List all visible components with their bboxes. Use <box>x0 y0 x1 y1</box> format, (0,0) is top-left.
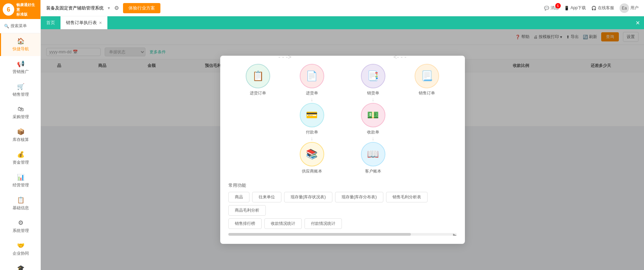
scroll-right-arrow[interactable]: ▶ <box>453 232 457 236</box>
sidebar-item-label: 系统管理 <box>13 228 29 234</box>
flow-item-sale[interactable]: 📑 销货单 <box>353 64 394 96</box>
arrow-sale-down: ↓ <box>372 97 375 102</box>
btn-stock-status[interactable]: 现存量(库存状况表) <box>284 192 332 202</box>
btn-goods[interactable]: 商品 <box>228 192 249 202</box>
marketing-icon: 📢 <box>17 60 24 68</box>
sidebar-item-cooperation[interactable]: 🤝 企业协同 <box>0 238 40 260</box>
sidebar-item-label: 经营管理 <box>13 182 29 188</box>
flow-item-purchase-order[interactable]: 📋 进货订单 <box>238 64 278 96</box>
sidebar-item-finance[interactable]: 💰 资金管理 <box>0 147 40 169</box>
sidebar-item-operations[interactable]: 📊 经营管理 <box>0 169 40 192</box>
sidebar-item-inventory[interactable]: 📦 库存核算 <box>0 124 40 147</box>
scroll-bar[interactable]: ▶ <box>228 233 457 236</box>
tab-home[interactable]: 首页 <box>41 16 60 29</box>
tab-close-icon[interactable]: ✕ <box>99 21 102 25</box>
supplier-ledger-label: 供应商账本 <box>302 168 322 174</box>
search-icon: 🔍 <box>4 24 9 29</box>
message-icon-item[interactable]: 💬 6 消息 <box>544 5 559 11</box>
payment-label: 付款单 <box>306 129 318 135</box>
purchase-order-label: 进货订单 <box>250 90 266 96</box>
finance-icon: 💰 <box>17 151 24 158</box>
btn-receipt-stats[interactable]: 收款情况统计 <box>264 218 302 229</box>
receipt-icon: 💵 <box>367 109 379 121</box>
btn-partner[interactable]: 往来单位 <box>252 192 281 202</box>
dropdown-icon[interactable]: ▾ <box>108 5 110 11</box>
service-icon: 🎧 <box>591 6 596 11</box>
app-download-item[interactable]: 📱 App下载 <box>564 5 586 11</box>
arrow-purchase-order-to-purchase: - - -> <box>278 56 292 61</box>
top-bar: 装备及固定资产辅助管理系统 ▾ ⚙ 体验行业方案 💬 6 消息 📱 App下载 … <box>41 0 644 16</box>
flow-col-sales-order: 📃 销售订单 <box>406 64 447 96</box>
common-functions-section: 常用功能 商品 往来单位 现存量(库存状况表) 现存量(库存分布表) 销售毛利分… <box>228 182 457 229</box>
flow-col-purchase-order: 📋 进货订单 <box>238 64 278 96</box>
home-icon: 🏠 <box>17 37 24 45</box>
system-icon: ⚙ <box>18 219 23 227</box>
basic-info-icon: 📋 <box>17 196 24 204</box>
sidebar-item-basic-info[interactable]: 📋 基础信息 <box>0 192 40 215</box>
sidebar-item-purchase[interactable]: 🛍 采购管理 <box>0 102 40 124</box>
flow-col-sale: 📑 销货单 ↓ 💵 <box>353 64 394 174</box>
user-avatar: Ea <box>620 3 629 13</box>
top-bar-right: 💬 6 消息 📱 App下载 🎧 在线客服 Ea 用户 <box>544 3 639 13</box>
flow-item-receipt[interactable]: 💵 收款单 <box>353 103 394 135</box>
sidebar-item-label: 企业协同 <box>13 251 29 256</box>
sidebar-search[interactable]: 🔍 搜索菜单 <box>0 19 40 33</box>
logo-icon: 6 <box>3 3 14 16</box>
online-service-label: 在线客服 <box>598 5 614 11</box>
receipt-circle: 💵 <box>361 103 385 127</box>
online-service-item[interactable]: 🎧 在线客服 <box>591 5 614 11</box>
sale-icon: 📑 <box>367 70 379 82</box>
arrow-sale-order-to-sale: <- - - <box>394 56 407 61</box>
common-functions-title: 常用功能 <box>228 182 457 188</box>
dialog-overlay[interactable]: 📋 进货订单 - - -> <box>41 29 644 270</box>
flow-col-purchase: 📄 进货单 ↓ 💳 <box>292 64 332 174</box>
sidebar-item-sales[interactable]: 🛒 销售管理 <box>0 79 40 102</box>
user-item[interactable]: Ea 用户 <box>620 3 639 13</box>
sidebar-item-home[interactable]: 🏠 快捷导航 <box>0 33 40 56</box>
close-all-tabs-button[interactable]: ✕ <box>631 20 644 26</box>
app-download-label: App下载 <box>571 5 586 11</box>
tab-home-label: 首页 <box>46 20 55 26</box>
sale-label: 销货单 <box>367 90 379 96</box>
tab-sales-order[interactable]: 销售订单执行表 ✕ <box>60 16 107 29</box>
btn-payment-stats[interactable]: 付款情况统计 <box>304 218 342 229</box>
try-button[interactable]: 体验行业方案 <box>123 3 160 13</box>
btn-sales-margin[interactable]: 销售毛利分析表 <box>386 192 428 202</box>
payment-icon: 💳 <box>306 109 318 121</box>
message-badge: 6 <box>555 3 561 8</box>
sidebar-item-marketing[interactable]: 📢 营销推广 <box>0 56 40 79</box>
flow-item-sales-order[interactable]: 📃 销售订单 <box>406 64 447 96</box>
sidebar: 6 畅康通好生意 标准版 🔍 搜索菜单 🏠 快捷导航 📢 营销推广 � <box>0 0 41 270</box>
btn-goods-margin[interactable]: 商品毛利分析 <box>228 205 266 216</box>
logo-title: 畅康通好生意 <box>16 2 38 12</box>
sidebar-item-label: 快捷导航 <box>13 46 29 52</box>
purchase-label: 进货单 <box>306 90 318 96</box>
flow-item-customer-ledger[interactable]: 📖 客户账本 <box>353 142 394 174</box>
sidebar-item-label: 基础信息 <box>13 205 29 211</box>
sales-order-label: 销售订单 <box>419 90 435 96</box>
flow-item-purchase[interactable]: 📄 进货单 <box>292 64 332 96</box>
inventory-icon: 📦 <box>17 128 24 136</box>
flow-item-payment[interactable]: 💳 付款单 <box>292 103 332 135</box>
user-name-label: 用户 <box>630 5 639 11</box>
download-icon: 📱 <box>564 6 569 11</box>
flow-item-supplier-ledger[interactable]: 📚 供应商账本 <box>292 142 332 174</box>
payment-circle: 💳 <box>300 103 324 127</box>
btn-sales-ranking[interactable]: 销售排行榜 <box>228 218 262 229</box>
purchase-circle: 📄 <box>300 64 324 88</box>
btn-stock-dist[interactable]: 现存量(库存分布表) <box>335 192 383 202</box>
sidebar-item-label: 资金管理 <box>13 160 29 165</box>
arrow-payment-down: ↓ <box>311 136 313 141</box>
settings-icon[interactable]: ⚙ <box>114 5 119 11</box>
purchase-icon: 📄 <box>306 70 318 82</box>
supplier-ledger-icon: 📚 <box>306 148 318 160</box>
quick-guide-dialog: 📋 进货订单 - - -> <box>220 56 465 244</box>
search-menu-button[interactable]: 🔍 搜索菜单 <box>3 22 38 30</box>
receipt-label: 收款单 <box>367 129 379 135</box>
common-buttons-row: 商品 往来单位 现存量(库存状况表) 现存量(库存分布表) 销售毛利分析表 商品… <box>228 192 457 216</box>
sidebar-item-guide[interactable]: 🎓 新手引导 <box>0 260 40 270</box>
arrow-receipt-down: ↓ <box>372 136 375 141</box>
main-content: 装备及固定资产辅助管理系统 ▾ ⚙ 体验行业方案 💬 6 消息 📱 App下载 … <box>41 0 644 270</box>
guide-icon: 🎓 <box>17 265 24 270</box>
sidebar-item-system[interactable]: ⚙ 系统管理 <box>0 215 40 238</box>
